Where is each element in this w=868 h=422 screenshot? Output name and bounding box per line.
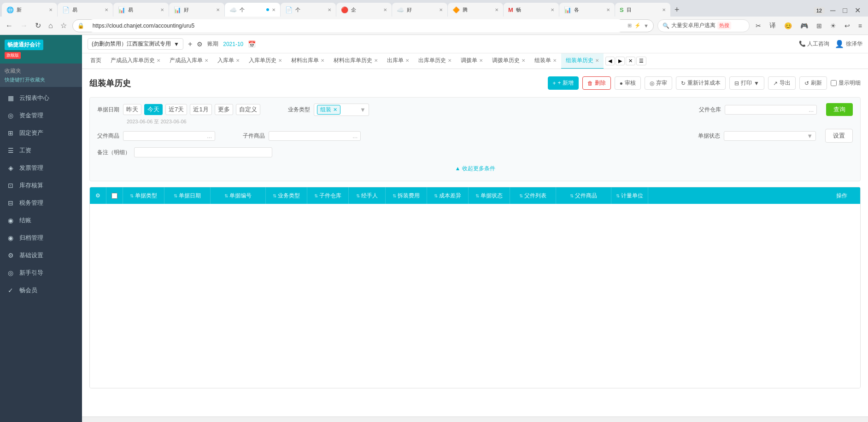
browser-tab-11[interactable]: 📊 各 ✕ [559, 3, 615, 17]
tab-home[interactable]: 首页 [86, 53, 106, 69]
date-1month-button[interactable]: 近1月 [190, 104, 211, 115]
query-button[interactable]: 查询 [826, 103, 853, 116]
tab-out-order[interactable]: 出库单 ✕ [382, 53, 414, 69]
sidebar-item-capital[interactable]: ◎ 资金管理 [0, 107, 82, 124]
tab-prod-in-history-close[interactable]: ✕ [157, 58, 160, 63]
sidebar-item-settings[interactable]: ⚙ 基础设置 [0, 247, 82, 264]
add-company-button[interactable]: + [188, 40, 192, 48]
tab-transfer-close[interactable]: ✕ [479, 58, 483, 63]
tab-material-out[interactable]: 材料出库单 ✕ [287, 53, 329, 69]
tab4-close[interactable]: ✕ [216, 7, 220, 12]
browser-tab-5[interactable]: ☁️ 个 ✕ [225, 3, 280, 17]
tab8-close[interactable]: ✕ [439, 7, 443, 12]
browser-tab-4[interactable]: 📊 好 ✕ [169, 3, 224, 17]
maximize-button[interactable]: □ [841, 5, 849, 17]
browser-tab-9[interactable]: 🔶 腾 ✕ [448, 3, 503, 17]
tab-scroll-right-button[interactable]: ▶ [616, 57, 625, 65]
tab-out-order-close[interactable]: ✕ [405, 58, 409, 63]
sidebar-item-tax[interactable]: ⊟ 税务管理 [0, 194, 82, 212]
remarks-input[interactable] [134, 147, 272, 157]
recalc-cost-button[interactable]: ↻ 重新计算成本 [676, 76, 726, 90]
collapse-bar[interactable]: ▲ 收起更多条件 [97, 162, 853, 175]
th-biz-sort-icon[interactable]: ⇅ [273, 193, 276, 198]
th-sort-icon[interactable]: ⇅ [130, 193, 134, 198]
tab-transfer[interactable]: 调拨单 ✕ [456, 53, 487, 69]
tab2-close[interactable]: ✕ [105, 7, 108, 12]
sun-tool[interactable]: ☀ [828, 21, 839, 31]
th-checkbox[interactable] [106, 187, 123, 204]
th-parent-list-sort-icon[interactable]: ⇅ [519, 193, 523, 198]
th-settings[interactable]: ⚙ [90, 187, 106, 204]
qr-icon[interactable]: ⊞ [628, 23, 632, 29]
bottom-scrollbar[interactable] [82, 416, 868, 422]
lightning-icon[interactable]: ⚡ [634, 23, 641, 29]
th-parent-goods-sort-icon[interactable]: ⇅ [570, 193, 574, 198]
favorites-link[interactable]: 快捷键打开收藏夹 [5, 76, 77, 83]
tab-panel-toggle[interactable]: ☰ [636, 57, 646, 65]
tab-transfer-history-close[interactable]: ✕ [522, 58, 525, 63]
tab7-close[interactable]: ✕ [383, 7, 387, 12]
minimize-button[interactable]: ─ [828, 5, 837, 17]
customer-service-link[interactable]: 📞 人工咨询 [799, 40, 829, 48]
url-input[interactable] [87, 19, 625, 32]
tab-prod-in-close[interactable]: ✕ [205, 58, 208, 63]
show-detail-toggle[interactable]: 显示明细 [831, 79, 861, 87]
calendar-icon[interactable]: 📅 [248, 40, 256, 48]
tab-out-history[interactable]: 出库单历史 ✕ [414, 53, 456, 69]
browser-tab-1[interactable]: 🌐 新 ✕ [2, 3, 57, 17]
biz-type-dropdown-icon[interactable]: ▼ [360, 106, 366, 113]
tab-in-order-close[interactable]: ✕ [236, 58, 240, 63]
tab1-close[interactable]: ✕ [49, 7, 53, 12]
date-custom-button[interactable]: 自定义 [236, 104, 260, 115]
tab9-close[interactable]: ✕ [495, 7, 499, 12]
back-button[interactable]: ← [4, 20, 15, 32]
th-handler-sort-icon[interactable]: ⇅ [356, 193, 360, 198]
browser-tab-7[interactable]: 🔴 企 ✕ [336, 3, 392, 17]
tab-in-history[interactable]: 入库单历史 ✕ [244, 53, 287, 69]
tab-assembly[interactable]: 组装单 ✕ [530, 53, 561, 69]
abandon-audit-button[interactable]: ◎ 弃审 [645, 76, 672, 90]
audit-button[interactable]: ● 审核 [615, 76, 641, 90]
tab-in-history-close[interactable]: ✕ [278, 58, 282, 63]
dropdown-icon[interactable]: ▼ [644, 23, 649, 29]
tab-prod-in[interactable]: 产成品入库单 ✕ [165, 53, 213, 69]
browser-tab-10[interactable]: M 畅 ✕ [504, 3, 559, 17]
close-window-button[interactable]: ✕ [853, 4, 862, 17]
bookmark-button[interactable]: ☆ [59, 19, 69, 32]
reload-button[interactable]: ↻ [33, 19, 43, 32]
browser-tab-6[interactable]: 📄 个 ✕ [281, 3, 336, 17]
date-today-button[interactable]: 今天 [144, 104, 163, 115]
date-more-button[interactable]: 更多 [215, 104, 233, 115]
tab-close-all-button[interactable]: ✕ [626, 57, 635, 65]
game-tool[interactable]: 🎮 [798, 21, 810, 31]
delete-button[interactable]: 🗑 删除 [582, 76, 611, 90]
th-status-sort-icon[interactable]: ⇅ [475, 193, 479, 198]
tab-out-history-close[interactable]: ✕ [448, 58, 452, 63]
tab-assembly-history-close[interactable]: ✕ [595, 58, 599, 63]
company-selector[interactable]: (勿删勿禁用）江西服宝测试专用 ▼ [88, 38, 183, 50]
th-date-sort-icon[interactable]: ⇅ [174, 193, 177, 198]
child-goods-more[interactable]: ... [352, 133, 358, 139]
tab-material-out-history[interactable]: 材料出库单历史 ✕ [329, 53, 382, 69]
tab11-close[interactable]: ✕ [606, 7, 610, 12]
date-7days-button[interactable]: 近7天 [165, 104, 187, 115]
tab-material-out-history-close[interactable]: ✕ [374, 58, 378, 63]
tab12-close[interactable]: ✕ [662, 7, 666, 12]
sidebar-item-vip[interactable]: ✓ 畅会员 [0, 282, 82, 299]
translate-tool[interactable]: 译 [767, 20, 778, 31]
browser-tab-2[interactable]: 📄 易 ✕ [58, 3, 113, 17]
forward-button[interactable]: → [18, 20, 29, 32]
undo-tool[interactable]: ↩ [842, 21, 852, 31]
tab-in-order[interactable]: 入库单 ✕ [213, 53, 244, 69]
sidebar-item-settle[interactable]: ◉ 结账 [0, 212, 82, 229]
sidebar-item-payroll[interactable]: ☰ 工资 [0, 142, 82, 159]
sidebar-item-fixed-assets[interactable]: ⊞ 固定资产 [0, 124, 82, 142]
tab-material-out-close[interactable]: ✕ [321, 58, 324, 63]
refresh-button[interactable]: ↺ 刷新 [799, 76, 827, 90]
search-bar[interactable]: 🔍 大量安卓用户逃离 热搜 [657, 19, 750, 32]
menu-tool[interactable]: ≡ [856, 21, 864, 31]
th-no-sort-icon[interactable]: ⇅ [224, 193, 228, 198]
sidebar-item-guide[interactable]: ◎ 新手引导 [0, 264, 82, 282]
browser-tab-3[interactable]: 📊 易 ✕ [113, 3, 169, 17]
scissors-tool[interactable]: ✂ [753, 21, 763, 31]
